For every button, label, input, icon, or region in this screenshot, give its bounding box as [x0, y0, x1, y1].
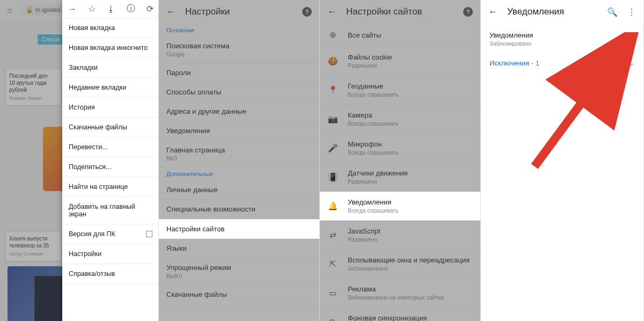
menu-add-home[interactable]: Добавить на главный экран [62, 197, 159, 224]
motion-icon: 📳 [327, 172, 338, 182]
more-icon[interactable]: ⋮ [627, 7, 636, 17]
article-title: Последний ден 10 крутых гадж рублей [9, 72, 57, 93]
row-passwords[interactable]: Пароли [159, 63, 319, 83]
row-motion[interactable]: 📳Датчики движенияРазрешено [320, 163, 480, 192]
article-card[interactable]: Последний ден 10 крутых гадж рублей Форм… [5, 69, 61, 106]
download-icon[interactable]: ⭳ [107, 4, 115, 14]
row-popups[interactable]: ⇱Всплывающие окна и переадресацияЗаблоки… [320, 250, 480, 279]
chevron-down-icon: ⌄ [628, 59, 635, 67]
url-text: m.iguides [35, 6, 61, 13]
row-privacy[interactable]: Личные данные [159, 180, 319, 200]
cookie-icon: 🍪 [327, 56, 338, 66]
menu-history[interactable]: История [62, 98, 159, 118]
menu-bookmarks[interactable]: Закладки [62, 58, 159, 78]
location-icon: 📍 [327, 85, 338, 95]
back-icon[interactable]: ← [488, 6, 497, 17]
row-microphone[interactable]: 🎤МикрофонВсегда спрашивать [320, 134, 480, 163]
exceptions-row[interactable]: Исключения - 1 ⌄ [481, 50, 643, 76]
row-site-settings[interactable]: Настройки сайтов [159, 219, 319, 239]
search-icon[interactable]: 🔍 [607, 7, 618, 17]
menu-downloads[interactable]: Скачанные файлы [62, 118, 159, 137]
pane-site-settings: ← Настройки сайтов ? ⊕Все сайты 🍪Файлы c… [320, 0, 481, 321]
globe-icon: ⊕ [327, 30, 338, 40]
row-homepage[interactable]: Главная страницаВКЛ [159, 141, 319, 167]
toggle-label: Уведомления [489, 31, 533, 39]
row-accessibility[interactable]: Специальные возможности [159, 200, 319, 219]
menu-settings[interactable]: Настройки [62, 244, 159, 264]
pane-notifications: ← Уведомления 🔍 ⋮ Уведомления Заблокиров… [481, 0, 644, 321]
tag-chip[interactable]: Список [38, 34, 64, 45]
row-notifications[interactable]: Уведомления [159, 121, 319, 141]
overflow-menu: → ☆ ⭳ ⓘ ⟳ Новая вкладка Новая вкладка ин… [62, 0, 159, 321]
menu-toolbar: → ☆ ⭳ ⓘ ⟳ [62, 0, 159, 18]
article-author: Формат Ленин [9, 96, 57, 102]
row-cookies[interactable]: 🍪Файлы cookieРазрешено [320, 47, 480, 76]
row-search-engine[interactable]: Поисковая системаGoogle [159, 37, 319, 63]
article-author: Артур Солянов [9, 251, 57, 258]
info-icon[interactable]: ⓘ [127, 3, 135, 14]
exceptions-link[interactable]: Исключения [489, 59, 529, 67]
popup-icon: ⇱ [327, 259, 338, 269]
toggle-switch[interactable] [619, 35, 635, 43]
row-addresses[interactable]: Адреса и другие данные [159, 102, 319, 121]
page-title: Настройки [185, 6, 230, 17]
back-icon[interactable]: ← [327, 6, 336, 17]
ads-icon: ▭ [327, 288, 338, 298]
page-title: Уведомления [507, 6, 564, 17]
section-main: Основные [159, 24, 319, 37]
row-bg-sync[interactable]: ⟳Фоновая синхронизацияРазрешено [320, 308, 480, 321]
reload-icon[interactable]: ⟳ [147, 4, 153, 14]
menu-help[interactable]: Справка/отзыв [62, 264, 159, 284]
section-advanced: Дополнительные [159, 167, 319, 180]
help-icon[interactable]: ? [302, 7, 312, 17]
bell-icon: 🔔 [327, 201, 338, 211]
row-languages[interactable]: Языки [159, 239, 319, 258]
row-payments[interactable]: Способы оплаты [159, 83, 319, 102]
menu-recent-tabs[interactable]: Недавние вкладки [62, 78, 159, 98]
sync-icon: ⟳ [327, 317, 338, 322]
toggle-status: Заблокировано [489, 40, 533, 47]
row-ads[interactable]: ▭РекламаЗаблокировано на некоторых сайта… [320, 279, 480, 308]
url-bar[interactable]: 🔒 m.iguides [20, 4, 66, 16]
checkbox-icon[interactable] [146, 231, 152, 237]
row-downloads[interactable]: Скачанные файлы [159, 285, 319, 304]
mic-icon: 🎤 [327, 143, 338, 153]
pane-browser-menu: ⌂ 🔒 m.iguides Список Последний ден 10 кр… [0, 0, 159, 321]
notifications-header: ← Уведомления 🔍 ⋮ [481, 0, 643, 24]
menu-find[interactable]: Найти на странице [62, 177, 159, 197]
row-site-notifications[interactable]: 🔔УведомленияВсегда спрашивать [320, 192, 480, 221]
row-location[interactable]: 📍ГеоданныеВсегда спрашивать [320, 76, 480, 105]
row-camera[interactable]: 📷КамераВсегда спрашивать [320, 105, 480, 134]
menu-share[interactable]: Поделиться... [62, 157, 159, 177]
menu-incognito[interactable]: Новая вкладка инкогнито [62, 38, 159, 58]
settings-header: ← Настройки ? [159, 0, 319, 24]
pane-settings: ← Настройки ? Основные Поисковая система… [159, 0, 320, 321]
notifications-toggle-row[interactable]: Уведомления Заблокировано [481, 24, 643, 50]
row-all-sites[interactable]: ⊕Все сайты [320, 24, 480, 47]
page-title: Настройки сайтов [346, 6, 422, 17]
menu-desktop-site[interactable]: Версия для ПК [62, 224, 159, 244]
camera-icon: 📷 [327, 114, 338, 124]
site-settings-header: ← Настройки сайтов ? [320, 0, 480, 24]
lock-icon: 🔒 [26, 6, 33, 13]
js-icon: ⇄ [327, 230, 338, 240]
back-icon[interactable]: ← [166, 6, 175, 17]
row-lite-mode[interactable]: Упрощенный режимВЫКЛ [159, 258, 319, 285]
menu-new-tab[interactable]: Новая вкладка [62, 18, 159, 38]
article-title: Xiaomi выпусти телевизор за 35 [9, 235, 57, 249]
exceptions-count: - 1 [531, 59, 539, 67]
article-card[interactable]: Xiaomi выпусти телевизор за 35 Артур Сол… [5, 231, 61, 261]
menu-translate[interactable]: Перевести... [62, 137, 159, 157]
help-icon[interactable]: ? [463, 7, 473, 17]
home-icon[interactable]: ⌂ [4, 4, 15, 15]
forward-icon[interactable]: → [68, 4, 77, 14]
row-javascript[interactable]: ⇄JavaScriptРазрешено [320, 221, 480, 250]
star-icon[interactable]: ☆ [88, 4, 96, 14]
